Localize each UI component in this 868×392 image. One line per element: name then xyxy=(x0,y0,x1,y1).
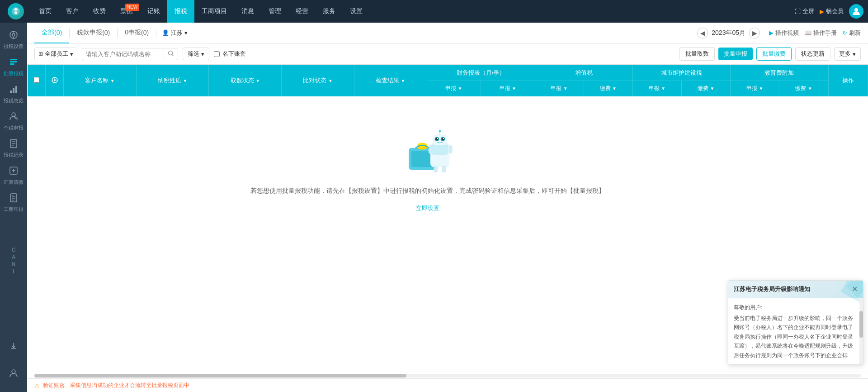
sub-vat-pay: 缴费 ▼ xyxy=(584,81,632,96)
sidebar-label-personal-tax: 个税申报 xyxy=(4,124,24,131)
sidebar-item-batch-tax[interactable]: 批量报税 xyxy=(0,53,27,81)
month-next-btn[interactable]: ▶ xyxy=(749,28,760,38)
empty-state: 若您想使用批量报税功能，请先在【报税设置】中进行报税的初始化设置，完成密码验证和… xyxy=(28,96,829,239)
notification-content: 受当前电子税务局进一步升级的影响，同一个政务网账号（办税人）名下的企业不能再同时… xyxy=(734,314,858,360)
sidebar-item-settlement[interactable]: 汇算清缴 xyxy=(0,162,27,189)
nav-operations[interactable]: 经营 xyxy=(288,0,316,23)
empty-state-cell: 若您想使用批量报税功能，请先在【报税设置】中进行报税的初始化设置，完成密码验证和… xyxy=(28,96,829,240)
svg-point-48 xyxy=(436,138,439,140)
empty-text: 若您想使用批量报税功能，请先在【报税设置】中进行报税的初始化设置，完成密码验证和… xyxy=(250,187,605,195)
nav-customer[interactable]: 客户 xyxy=(59,0,86,23)
popup-scroll-track[interactable] xyxy=(859,298,863,364)
nav-billing[interactable]: 收费 xyxy=(86,0,113,23)
region-icon: 👤 xyxy=(162,29,169,36)
sidebar-item-tax-overview[interactable]: 报税总览 xyxy=(0,81,27,108)
select-all-checkbox[interactable] xyxy=(33,77,39,83)
nav-messages[interactable]: 消息 xyxy=(234,0,261,23)
nav-settings[interactable]: 设置 xyxy=(343,0,370,23)
col-settings[interactable] xyxy=(46,65,64,96)
batch-declare-btn[interactable]: 批量申报 xyxy=(718,48,753,60)
svg-point-29 xyxy=(169,51,173,55)
batch-fetch-btn[interactable]: 批量取数 xyxy=(679,47,715,61)
filter-button[interactable]: 筛选 ▾ xyxy=(183,48,209,60)
svg-rect-10 xyxy=(10,63,14,65)
nav-business[interactable]: 工商项目 xyxy=(194,0,234,23)
annual-report-icon xyxy=(9,193,19,204)
user-icon xyxy=(9,369,18,379)
nav-bookkeeping[interactable]: 记账 xyxy=(140,0,167,23)
nav-tax[interactable]: 报税 xyxy=(167,0,194,23)
sidebar-item-download[interactable] xyxy=(0,333,27,360)
horizontal-scrollbar[interactable] xyxy=(34,374,861,378)
toolbar: ⊞ 全部员工 ▾ 筛选 ▾ 名下账套 xyxy=(27,43,868,65)
logo[interactable] xyxy=(5,3,27,19)
nav-items: 首页 客户 收费 票据 NEW 记账 报税 工商项目 消息 管理 经营 服务 设… xyxy=(32,0,795,23)
search-wrap xyxy=(82,48,178,60)
sidebar-item-tax-settings[interactable]: 报税设置 xyxy=(0,26,27,53)
col-check-result: 检查结果 ▼ xyxy=(354,65,427,96)
sub-edu-pay: 缴费 ▼ xyxy=(779,81,828,96)
sidebar-bottom xyxy=(0,333,27,392)
more-chevron-icon: ▾ xyxy=(853,51,856,57)
sub-city-pay: 缴费 ▼ xyxy=(682,81,731,96)
more-btn[interactable]: 更多 ▾ xyxy=(834,47,861,61)
checkbox-input[interactable] xyxy=(214,51,220,57)
svg-point-53 xyxy=(439,130,441,132)
notification-body: 尊敬的用户: 受当前电子税务局进一步升级的影响，同一个政务网账号（办税人）名下的… xyxy=(728,298,863,364)
month-prev-btn[interactable]: ◀ xyxy=(697,28,708,38)
col-checkbox[interactable] xyxy=(28,65,46,96)
col-city-tax: 城市维护建设税 xyxy=(632,65,730,81)
month-text: 2023年05月 xyxy=(712,29,745,37)
member-btn[interactable]: ▶ 畅会员 xyxy=(820,7,844,15)
action-refresh[interactable]: ↻ 刷新 xyxy=(842,29,861,37)
sidebar-item-tax-records[interactable]: 报税记录 xyxy=(0,135,27,162)
sidebar-label-tax-records: 报税记录 xyxy=(4,152,24,158)
tab-tax-declare[interactable]: 税款申报(0) xyxy=(70,23,117,43)
subordinate-accounts-checkbox[interactable]: 名下账套 xyxy=(214,50,246,58)
svg-point-32 xyxy=(54,79,56,81)
col-education-fee: 教育费附加 xyxy=(731,65,828,81)
svg-rect-23 xyxy=(10,194,17,202)
col-fetch-status: 取数状态 ▼ xyxy=(209,65,282,96)
sidebar-item-user[interactable] xyxy=(0,360,27,387)
filter-chevron-icon: ▾ xyxy=(70,51,73,57)
bottom-warning-text: 验证账密、采集信息均成功的企业才会流转至批量报税页面中 xyxy=(43,382,189,389)
personal-tax-icon xyxy=(9,111,19,123)
svg-point-1 xyxy=(854,8,858,12)
batch-pay-btn[interactable]: 批量缴费 xyxy=(756,47,792,61)
sidebar-item-personal-tax[interactable]: 个税申报 xyxy=(0,108,27,135)
refresh-icon: ↻ xyxy=(842,29,847,36)
nav-home[interactable]: 首页 xyxy=(32,0,59,23)
nav-invoice[interactable]: 票据 NEW xyxy=(113,0,140,23)
logo-icon xyxy=(8,3,24,19)
nav-services[interactable]: 服务 xyxy=(316,0,343,23)
col-vat: 增值税 xyxy=(535,65,632,81)
sub-financial-pay: 申报 ▼ xyxy=(481,81,535,96)
employee-filter[interactable]: ⊞ 全部员工 ▾ xyxy=(34,48,77,60)
search-input[interactable] xyxy=(82,49,164,59)
tab-zero-declare[interactable]: 0申报(0) xyxy=(118,23,156,43)
notification-header: 江苏电子税务局升级影响通知 ✕ xyxy=(728,281,863,298)
setup-link[interactable]: 立即设置 xyxy=(416,204,439,212)
action-manual[interactable]: 📖 操作手册 xyxy=(804,29,837,37)
svg-rect-13 xyxy=(15,86,17,93)
batch-tax-icon xyxy=(9,57,19,68)
region-selector[interactable]: 👤 江苏 ▾ xyxy=(156,29,193,37)
toolbar-right: 批量取数 批量申报 批量缴费 状态更新 更多 ▾ xyxy=(679,47,861,61)
sidebar-item-annual-report[interactable]: 工商年报 xyxy=(0,189,27,216)
notification-close-btn[interactable]: ✕ xyxy=(852,286,858,293)
data-table: 客户名称 ▼ 纳税性质 ▼ 取数状态 ▼ 比对状态 ▼ 检查结果 ▼ 财务报表（… xyxy=(27,65,868,239)
empty-robot-illustration xyxy=(401,124,455,178)
action-video[interactable]: ▶ 操作视频 xyxy=(769,29,799,37)
sidebar-label-annual-report: 工商年报 xyxy=(4,206,24,213)
invoice-badge: NEW xyxy=(125,4,139,11)
warning-icon: ⚠ xyxy=(34,382,39,389)
avatar[interactable] xyxy=(849,4,863,19)
sub-edu-declare: 申报 ▼ xyxy=(731,81,779,96)
search-button[interactable] xyxy=(164,48,178,60)
tab-all[interactable]: 全部(0) xyxy=(34,23,69,43)
svg-point-51 xyxy=(443,138,444,139)
fullscreen-btn[interactable]: ⛶ 全屏 xyxy=(795,7,814,15)
nav-management[interactable]: 管理 xyxy=(261,0,288,23)
status-update-btn[interactable]: 状态更新 xyxy=(795,47,830,61)
